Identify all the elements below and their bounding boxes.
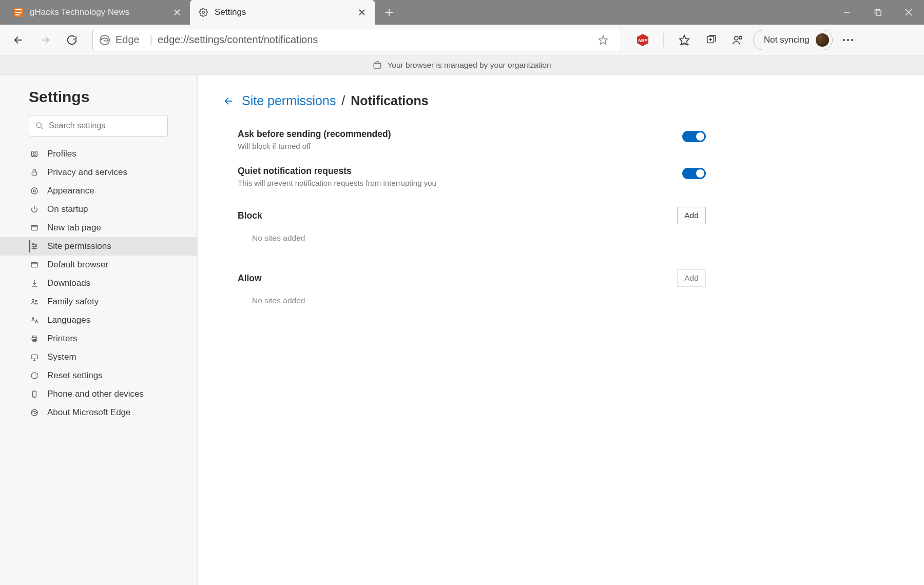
- section-block: Block Add: [223, 197, 706, 226]
- search-placeholder: Search settings: [49, 121, 105, 130]
- toggle-ask-before-sending[interactable]: [682, 131, 706, 142]
- tab-title: Settings: [215, 7, 357, 17]
- nav-phone[interactable]: Phone and other devices: [0, 385, 197, 403]
- nav-about[interactable]: About Microsoft Edge: [0, 403, 197, 422]
- nav-profiles[interactable]: Profiles: [0, 145, 197, 163]
- svg-point-14: [851, 39, 853, 41]
- titlebar: gHacks Technology News Settings: [0, 0, 924, 25]
- svg-point-27: [32, 299, 34, 301]
- forward-button[interactable]: [34, 29, 56, 51]
- nav-label: Phone and other devices: [47, 389, 144, 399]
- favorites-icon[interactable]: [673, 29, 696, 51]
- breadcrumb-current: Notifications: [351, 93, 428, 108]
- sync-label: Not syncing: [764, 35, 810, 45]
- refresh-button[interactable]: [61, 29, 83, 51]
- close-window-button[interactable]: [893, 2, 924, 23]
- toggle-quiet-requests[interactable]: [682, 168, 706, 179]
- tab-settings[interactable]: Settings: [190, 0, 375, 25]
- svg-marker-8: [680, 35, 689, 44]
- nav-appearance[interactable]: Appearance: [0, 182, 197, 200]
- nav-label: On startup: [47, 204, 88, 215]
- edge-icon: [29, 408, 40, 417]
- nav-default-browser[interactable]: Default browser: [0, 256, 197, 274]
- nav-printers[interactable]: Printers: [0, 329, 197, 348]
- nav-reset[interactable]: Reset settings: [0, 366, 197, 385]
- svg-marker-5: [599, 35, 608, 44]
- maximize-button[interactable]: [862, 2, 893, 23]
- svg-point-10: [735, 36, 738, 40]
- svg-point-13: [847, 39, 849, 41]
- allow-empty-text: No sites added: [223, 289, 898, 309]
- nav-family-safety[interactable]: Family safety: [0, 292, 197, 311]
- address-bar[interactable]: Edge | edge://settings/content/notificat…: [92, 29, 621, 51]
- window-controls: [832, 0, 924, 25]
- svg-point-18: [33, 152, 35, 154]
- search-input[interactable]: Search settings: [29, 115, 168, 136]
- setting-title: Quiet notification requests: [238, 166, 436, 177]
- svg-rect-3: [876, 11, 881, 15]
- reset-icon: [29, 372, 40, 380]
- managed-org-text: Your browser is managed by your organiza…: [387, 61, 551, 70]
- svg-rect-22: [31, 225, 37, 230]
- nav-languages[interactable]: Languages: [0, 311, 197, 329]
- languages-icon: [29, 316, 40, 324]
- svg-rect-31: [31, 355, 37, 359]
- nav-system[interactable]: System: [0, 348, 197, 366]
- minimize-button[interactable]: [832, 2, 862, 23]
- main-panel: Site permissions / Notifications Ask bef…: [198, 75, 924, 585]
- lock-icon: [29, 168, 40, 177]
- svg-point-11: [739, 36, 742, 39]
- section-heading: Block: [238, 210, 262, 221]
- nav-label: About Microsoft Edge: [47, 407, 131, 418]
- phone-icon: [29, 390, 40, 398]
- nav-label: Downloads: [47, 278, 90, 288]
- abp-icon[interactable]: ABP: [631, 29, 654, 51]
- tab-icon: [29, 224, 40, 232]
- setting-title: Ask before sending (recommended): [238, 129, 391, 140]
- people-icon: [29, 298, 40, 306]
- more-icon[interactable]: [837, 29, 859, 51]
- sliders-icon: [29, 242, 40, 250]
- nav-label: Printers: [47, 334, 78, 344]
- gear-icon: [198, 7, 208, 17]
- profile-icon[interactable]: [726, 29, 749, 51]
- svg-point-12: [843, 39, 845, 41]
- search-icon: [35, 122, 44, 130]
- nav-site-permissions[interactable]: Site permissions: [0, 237, 197, 256]
- content: Settings Search settings Profiles Privac…: [0, 75, 924, 585]
- collections-icon[interactable]: [700, 29, 722, 51]
- tab-ghacks[interactable]: gHacks Technology News: [5, 0, 190, 25]
- svg-rect-26: [31, 262, 37, 267]
- close-icon[interactable]: [172, 8, 182, 17]
- setting-subtitle: This will prevent notification requests …: [238, 179, 436, 187]
- svg-point-33: [31, 410, 37, 416]
- nav-label: New tab page: [47, 223, 101, 233]
- power-icon: [29, 205, 40, 213]
- nav-label: Family safety: [47, 297, 99, 307]
- add-block-button[interactable]: Add: [677, 207, 706, 224]
- nav-label: Default browser: [47, 260, 108, 270]
- new-tab-button[interactable]: [379, 2, 399, 23]
- nav-downloads[interactable]: Downloads: [0, 274, 197, 292]
- breadcrumb-parent[interactable]: Site permissions: [242, 93, 336, 108]
- setting-subtitle: Will block if turned off: [238, 142, 391, 150]
- edge-icon: [99, 34, 110, 46]
- favorite-icon[interactable]: [592, 29, 614, 51]
- svg-point-1: [202, 11, 205, 14]
- toolbar: Edge | edge://settings/content/notificat…: [0, 25, 924, 55]
- close-icon[interactable]: [357, 8, 367, 17]
- toolbar-right: ABP Not syncing: [631, 29, 859, 51]
- nav-on-startup[interactable]: On startup: [0, 200, 197, 219]
- tab-strip: gHacks Technology News Settings: [0, 0, 399, 25]
- back-arrow-icon[interactable]: [223, 95, 235, 107]
- nav-privacy[interactable]: Privacy and services: [0, 163, 197, 182]
- sync-pill[interactable]: Not syncing: [753, 30, 833, 50]
- nav-new-tab[interactable]: New tab page: [0, 219, 197, 237]
- svg-point-21: [33, 190, 35, 192]
- add-allow-button[interactable]: Add: [677, 269, 706, 287]
- briefcase-icon: [373, 61, 382, 70]
- nav-label: Profiles: [47, 149, 76, 159]
- address-separator: |: [150, 34, 152, 46]
- nav-label: System: [47, 352, 76, 362]
- back-button[interactable]: [7, 29, 30, 51]
